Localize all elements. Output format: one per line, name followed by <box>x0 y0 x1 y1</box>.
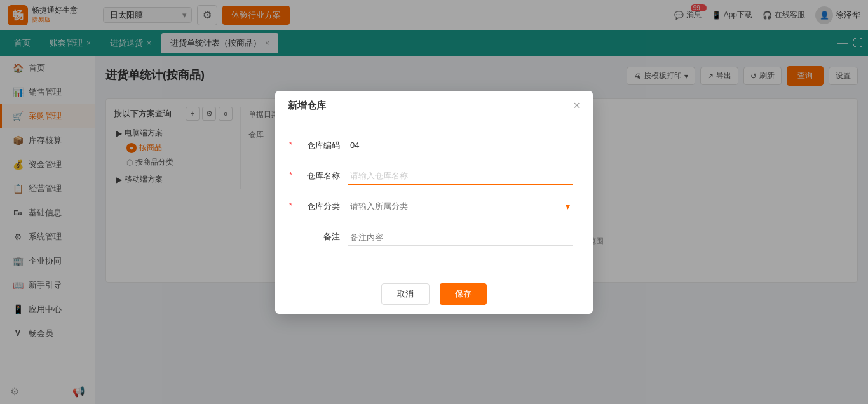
modal-close-button[interactable]: × <box>573 100 580 111</box>
note-label: 备注 <box>295 231 340 243</box>
modal-footer: 取消 保存 <box>275 274 593 314</box>
code-input[interactable] <box>348 137 573 154</box>
modal-body: 仓库编码 仓库名称 仓库分类 ▾ 备注 <box>275 121 593 274</box>
name-input[interactable] <box>348 167 573 185</box>
category-label: 仓库分类 <box>295 201 340 212</box>
modal-overlay[interactable]: 新增仓库 × 仓库编码 仓库名称 仓库分类 ▾ 备注 <box>0 0 868 404</box>
cancel-button[interactable]: 取消 <box>381 283 430 305</box>
save-button[interactable]: 保存 <box>440 283 487 305</box>
note-textarea[interactable] <box>348 228 573 246</box>
form-row-code: 仓库编码 <box>295 137 573 154</box>
category-select-wrap: ▾ <box>348 198 573 215</box>
category-select[interactable] <box>348 198 573 215</box>
modal-header: 新增仓库 × <box>275 91 593 121</box>
modal-title: 新增仓库 <box>288 100 326 112</box>
form-row-category: 仓库分类 ▾ <box>295 198 573 215</box>
code-label: 仓库编码 <box>295 140 340 151</box>
modal-dialog: 新增仓库 × 仓库编码 仓库名称 仓库分类 ▾ 备注 <box>275 91 593 314</box>
form-row-note: 备注 <box>295 228 573 246</box>
name-label: 仓库名称 <box>295 170 340 182</box>
form-row-name: 仓库名称 <box>295 167 573 185</box>
